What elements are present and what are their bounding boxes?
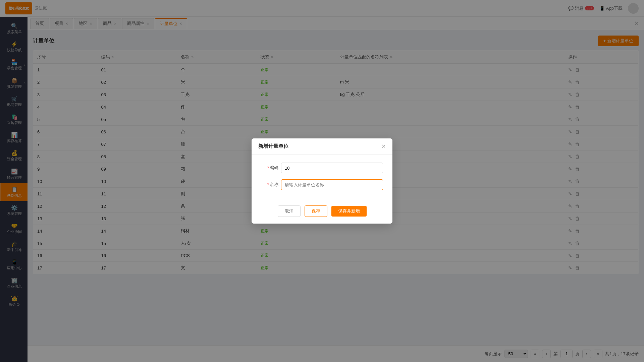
modal-footer: 取消 保存 保存并新增 (252, 201, 392, 224)
modal-header: 新增计量单位 ✕ (252, 138, 392, 155)
modal-body: *编码 *名称 (252, 155, 392, 201)
modal-overlay: 新增计量单位 ✕ *编码 *名称 取消 保存 保存并新增 (0, 0, 644, 362)
save-new-button[interactable]: 保存并新增 (331, 206, 367, 217)
code-required-mark: * (267, 165, 269, 170)
save-button[interactable]: 保存 (305, 205, 327, 217)
name-label: *名称 (261, 182, 281, 188)
name-required-mark: * (267, 182, 269, 187)
add-unit-modal: 新增计量单位 ✕ *编码 *名称 取消 保存 保存并新增 (252, 138, 392, 224)
code-label: *编码 (261, 165, 281, 171)
name-form-row: *名称 (261, 179, 383, 190)
modal-close-button[interactable]: ✕ (381, 143, 386, 149)
modal-title: 新增计量单位 (258, 143, 288, 149)
code-input[interactable] (281, 163, 383, 173)
cancel-button[interactable]: 取消 (278, 205, 301, 217)
name-input[interactable] (281, 179, 383, 190)
code-form-row: *编码 (261, 163, 383, 173)
